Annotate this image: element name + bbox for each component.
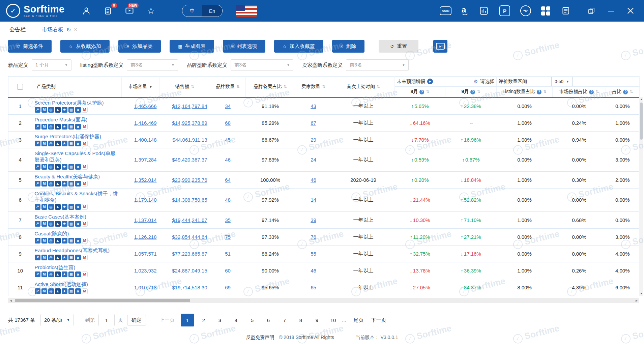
col-sales[interactable]: 销售额 xyxy=(175,84,189,89)
rank-icon[interactable]: ▲ xyxy=(55,204,61,210)
brand-logo-icon[interactable]: M xyxy=(82,164,88,170)
page-button[interactable]: 5 xyxy=(245,314,259,326)
col-august[interactable]: 8月 xyxy=(411,89,418,94)
vertical-scrollbar[interactable]: ▲ ▼ xyxy=(639,97,643,296)
pages-ellipsis[interactable]: ... xyxy=(342,317,346,323)
market-icon[interactable]: M xyxy=(41,204,47,210)
target-icon[interactable]: ◎ xyxy=(48,204,54,210)
brand-count-link[interactable]: 34 xyxy=(225,103,231,109)
col-brand-count[interactable]: 品牌数量 xyxy=(216,84,235,89)
marketplace-flag-us[interactable] xyxy=(236,5,257,17)
category-link[interactable]: Probiotics(益生菌) xyxy=(35,264,119,270)
sort-icon[interactable]: ⇅ xyxy=(322,84,325,89)
target-icon[interactable]: ◎ xyxy=(48,124,54,130)
user-icon[interactable] xyxy=(81,5,92,16)
reset-button[interactable]: ↺ 重置 xyxy=(379,40,418,53)
star-icon[interactable]: ★ xyxy=(62,238,67,243)
seller-count-link[interactable]: 65 xyxy=(311,285,316,290)
star-icon[interactable]: ★ xyxy=(62,141,67,146)
col-market-share[interactable]: 市场份额占比 xyxy=(559,89,587,94)
report-list-icon[interactable] xyxy=(560,5,571,16)
brand-count-link[interactable]: 60 xyxy=(225,268,231,274)
asin-tool-icon[interactable]: ASIN xyxy=(440,6,451,15)
target-icon[interactable]: ◎ xyxy=(48,238,54,243)
star-icon[interactable]: ★ xyxy=(62,288,67,294)
close-icon[interactable] xyxy=(625,5,636,16)
seller-count-link[interactable]: 55 xyxy=(311,251,316,257)
sort-desc-icon[interactable]: ▼ xyxy=(149,85,153,89)
sort-icon[interactable]: ⇅ xyxy=(630,89,633,94)
amazon-icon[interactable]: a xyxy=(75,288,81,294)
seller-count-link[interactable]: 39 xyxy=(311,217,316,223)
sort-icon[interactable]: ⇅ xyxy=(191,84,194,89)
trend-chart-icon[interactable]: ↗ xyxy=(35,124,40,130)
product-tool-icon[interactable]: P xyxy=(499,5,510,16)
help-icon[interactable]: ? xyxy=(419,90,424,94)
trend-chart-icon[interactable]: ↗ xyxy=(35,204,40,210)
market-icon[interactable]: M xyxy=(41,238,47,243)
delete-button[interactable]: ×删除 xyxy=(332,40,365,53)
capacity-link[interactable]: 1,400,148 xyxy=(134,137,157,143)
brand-count-link[interactable]: 46 xyxy=(225,157,231,163)
star-icon[interactable]: ★ xyxy=(62,124,67,130)
seller-count-link[interactable]: 14 xyxy=(311,197,316,203)
brand-logo-icon[interactable]: M xyxy=(82,107,88,113)
lang-en-button[interactable]: En xyxy=(202,5,222,17)
trend-chart-icon[interactable]: ↗ xyxy=(35,141,40,146)
brand-logo-icon[interactable]: M xyxy=(82,204,88,210)
select-all-checkbox[interactable] xyxy=(17,84,23,90)
amazon-icon[interactable]: a xyxy=(75,204,81,210)
apps-grid-icon[interactable] xyxy=(541,6,550,16)
scroll-down-icon[interactable]: ▼ xyxy=(640,291,643,296)
help-icon[interactable]: ? xyxy=(470,90,475,94)
refresh-icon[interactable]: ↻ xyxy=(66,27,71,33)
sort-icon[interactable]: ⇅ xyxy=(377,84,380,89)
target-icon[interactable]: ◎ xyxy=(48,107,54,113)
sort-icon[interactable]: ⇅ xyxy=(284,84,287,89)
brand-count-link[interactable]: 35 xyxy=(225,217,231,223)
capacity-link[interactable]: 1,010,718 xyxy=(134,285,157,290)
amazon-icon[interactable]: a xyxy=(462,6,468,15)
filter-select[interactable]: 1 个月▼ xyxy=(32,59,71,71)
last-page-button[interactable]: 尾页 xyxy=(354,317,364,323)
capacity-link[interactable]: 1,126,218 xyxy=(134,234,157,240)
col-category[interactable]: 产品类别 xyxy=(37,84,56,89)
calendar-icon[interactable]: ▦ xyxy=(68,164,74,170)
filter-select[interactable]: 前3名▼ xyxy=(127,59,178,71)
sales-link[interactable]: $12,164,797.84 xyxy=(172,103,207,109)
col-september[interactable]: 9月 xyxy=(462,89,469,94)
filter-button[interactable]: ▽筛选条件 xyxy=(8,40,52,53)
capacity-link[interactable]: 1,465,666 xyxy=(134,103,157,109)
brand-logo-icon[interactable]: M xyxy=(82,124,88,130)
amazon-icon[interactable]: a xyxy=(75,238,81,243)
capacity-link[interactable]: 1,416,469 xyxy=(134,120,157,126)
category-link[interactable]: Procedure Masks(面具) xyxy=(35,116,119,123)
star-icon[interactable]: ★ xyxy=(62,271,67,277)
star-icon[interactable]: ★ xyxy=(62,181,67,187)
minimize-icon[interactable] xyxy=(606,5,616,16)
calendar-icon[interactable]: ▦ xyxy=(68,204,74,210)
calendar-icon[interactable]: ▦ xyxy=(68,124,74,130)
calendar-icon[interactable]: ▦ xyxy=(68,238,74,243)
trend-chart-icon[interactable]: ↗ xyxy=(35,181,40,187)
brand-logo-icon[interactable]: M xyxy=(82,181,88,187)
market-icon[interactable]: M xyxy=(41,164,47,170)
col-capacity[interactable]: 市场容量 xyxy=(128,84,147,89)
sales-link[interactable]: $14,925,378.89 xyxy=(172,120,207,126)
brand-count-link[interactable]: 45 xyxy=(225,137,231,143)
col-seller-count[interactable]: 卖家数量 xyxy=(301,84,320,89)
market-icon[interactable]: M xyxy=(41,255,47,260)
brand-count-link[interactable]: 75 xyxy=(225,234,231,240)
sales-link[interactable]: $32,854,444.64 xyxy=(172,234,207,240)
help-icon[interactable]: ? xyxy=(589,90,594,94)
tab-close-icon[interactable]: × xyxy=(74,27,77,33)
category-link[interactable]: Cookies, Biscuits & Snacks(饼干，饼干和零食) xyxy=(35,190,119,203)
brand-count-link[interactable]: 68 xyxy=(225,120,231,126)
brand-logo-icon[interactable]: M xyxy=(82,238,88,243)
trend-chart-icon[interactable]: ↗ xyxy=(35,238,40,243)
sort-icon[interactable]: ⇅ xyxy=(426,89,429,94)
video-help-button[interactable]: ▶ xyxy=(433,40,447,53)
scroll-right-icon[interactable]: ▶ xyxy=(634,299,639,302)
calendar-icon[interactable]: ▦ xyxy=(68,181,74,187)
generate-chart-button[interactable]: ▦生成图表 xyxy=(170,40,214,53)
